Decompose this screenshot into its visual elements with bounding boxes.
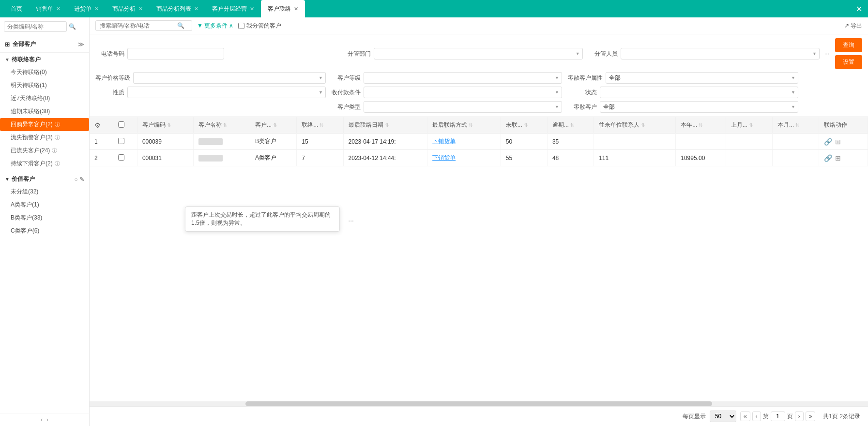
col-gear[interactable]: ⚙	[90, 117, 113, 133]
contact-method-link-0[interactable]: 下销货单	[432, 138, 456, 145]
export-icon: ↗	[844, 22, 849, 29]
cell-type-1: A类客户	[250, 150, 297, 166]
gear-icon[interactable]: ⚙	[94, 121, 101, 129]
sidebar-item-ungrouped[interactable]: 未分组(32)	[0, 185, 89, 198]
table-area: ⚙ 客户编码 ⇅ 客户名称	[90, 117, 868, 401]
sort-last-month-icon[interactable]: ⇅	[749, 122, 753, 128]
row-checkbox-1[interactable]	[118, 154, 124, 161]
nav-customer-contact-close[interactable]: ✕	[294, 6, 298, 12]
customer-grade-select[interactable]	[364, 72, 562, 84]
cell-check-0[interactable]	[113, 133, 137, 150]
sidebar-item-typeB[interactable]: B类客户(33)	[0, 211, 89, 224]
gender-select[interactable]	[127, 87, 326, 98]
col-checkbox[interactable]	[113, 117, 137, 133]
contact-method-link-1[interactable]: 下销货单	[432, 154, 456, 161]
phone-input[interactable]	[127, 48, 224, 59]
close-all-tabs[interactable]: ✕	[856, 4, 862, 14]
row-grid-icon-0[interactable]: ⊞	[835, 138, 841, 146]
nav-product-analysis-close[interactable]: ✕	[138, 6, 143, 12]
sidebar-bottom-nav[interactable]: ‹ ›	[0, 413, 89, 426]
sort-overdue-icon[interactable]: ⇅	[570, 122, 574, 128]
page-number-input[interactable]	[771, 411, 785, 421]
table-horizontal-scrollbar[interactable]	[90, 401, 868, 406]
nav-purchase-close[interactable]: ✕	[94, 6, 99, 12]
query-button[interactable]: 查询	[835, 38, 862, 52]
next-page-btn[interactable]: ›	[795, 411, 804, 421]
dept-field: 分管部门	[342, 48, 582, 59]
sidebar-item-already-lost[interactable]: 已流失客户(24) ⓘ	[0, 144, 89, 157]
sort-person-icon[interactable]: ⇅	[641, 122, 645, 128]
sidebar-item-typeC[interactable]: C类客户(6)	[0, 224, 89, 237]
sidebar-item-continuous-down[interactable]: 持续下滑客户(2) ⓘ	[0, 157, 89, 170]
sort-year-icon[interactable]: ⇅	[699, 122, 702, 128]
sort-this-month-icon[interactable]: ⇅	[795, 122, 799, 128]
row-link-icon-1[interactable]: 🔗	[824, 154, 832, 162]
nav-purchase[interactable]: 进货单 ✕	[67, 0, 106, 17]
row-link-icon-0[interactable]: 🔗	[824, 138, 832, 146]
price-grade-select[interactable]	[133, 72, 326, 84]
row-grid-icon-1[interactable]: ⊞	[835, 154, 841, 162]
price-grade-field: 客户价格等级	[95, 72, 326, 84]
sidebar-item-today[interactable]: 今天待联络(0)	[0, 66, 89, 79]
nav-product-list-close[interactable]: ✕	[194, 6, 198, 12]
nav-product-analysis[interactable]: 商品分析 ✕	[106, 0, 150, 17]
my-customers-toggle[interactable]: 我分管的客户	[238, 22, 281, 30]
col-this-month: 本月... ⇅	[773, 117, 819, 133]
table-row: 2000031 A类客户72023-04-12 14:44:下销货单554811…	[90, 150, 868, 166]
nav-customer-tier-close[interactable]: ✕	[250, 6, 254, 12]
last-page-btn[interactable]: »	[806, 411, 816, 421]
sidebar-collapse-btn[interactable]: ≫	[78, 41, 84, 48]
settings-button[interactable]: 设置	[835, 55, 862, 69]
person-more-icon[interactable]: ···	[824, 50, 829, 57]
sort-uncontacted-icon[interactable]: ⇅	[524, 122, 528, 128]
export-button[interactable]: ↗ 导出	[844, 22, 862, 30]
retail-customer-select[interactable]: 全部	[600, 101, 798, 113]
pay-cond-select[interactable]	[364, 87, 562, 98]
sidebar-pending-group[interactable]: ▼ 待联络客户	[0, 53, 89, 66]
cell-check-1[interactable]	[113, 150, 137, 166]
cell-thismonth-0	[773, 133, 819, 150]
first-page-btn[interactable]: «	[740, 411, 750, 421]
person-select[interactable]	[621, 48, 820, 59]
sidebar-item-tomorrow[interactable]: 明天待联络(1)	[0, 79, 89, 92]
sidebar-search-input[interactable]	[4, 21, 67, 32]
my-customers-checkbox[interactable]	[238, 23, 244, 29]
sort-method-icon[interactable]: ⇅	[469, 122, 472, 128]
status-select[interactable]	[600, 87, 798, 98]
nav-home[interactable]: 首页	[4, 0, 29, 17]
customer-type-select[interactable]	[364, 101, 562, 113]
sidebar-search-icon[interactable]: 🔍	[69, 23, 76, 30]
sidebar-item-overdue[interactable]: 逾期未联络(30)	[0, 105, 89, 118]
nav-sales[interactable]: 销售单 ✕	[29, 0, 67, 17]
page-size-select[interactable]: 50 20 100	[710, 411, 736, 422]
dept-select[interactable]	[374, 48, 582, 59]
sort-contact-icon[interactable]: ⇅	[320, 122, 323, 128]
sort-last-date-icon[interactable]: ⇅	[385, 122, 389, 128]
sidebar-item-repurchase-abnormal[interactable]: 回购异常客户(2) ⓘ	[0, 118, 89, 131]
sort-name-icon[interactable]: ⇅	[223, 122, 227, 128]
nav-sales-close[interactable]: ✕	[56, 6, 61, 12]
search-icon[interactable]: 🔍	[177, 22, 184, 29]
search-input[interactable]	[100, 22, 177, 29]
sidebar-item-7days[interactable]: 近7天待联络(0)	[0, 92, 89, 105]
sidebar-right-arrow-icon[interactable]: ›	[46, 416, 48, 423]
nav-customer-tier[interactable]: 客户分层经营 ✕	[205, 0, 261, 17]
cell-method-1[interactable]: 下销货单	[427, 150, 501, 166]
sidebar-left-arrow-icon[interactable]: ‹	[41, 416, 43, 423]
sort-type-icon[interactable]: ⇅	[273, 122, 277, 128]
tooltip-more-icon[interactable]: ...	[348, 215, 354, 223]
scrollbar-thumb[interactable]	[245, 401, 713, 406]
retail-attr-select[interactable]: 全部	[606, 72, 798, 84]
select-all-checkbox[interactable]	[118, 121, 124, 128]
nav-product-list[interactable]: 商品分析列表 ✕	[150, 0, 205, 17]
sort-code-icon[interactable]: ⇅	[167, 122, 171, 128]
row-checkbox-0[interactable]	[118, 138, 124, 144]
sidebar-item-lost-pending[interactable]: 流失预警客户(3) ⓘ	[0, 131, 89, 144]
cell-method-0[interactable]: 下销货单	[427, 133, 501, 150]
nav-customer-contact[interactable]: 客户联络 ✕	[261, 0, 305, 17]
prev-page-btn[interactable]: ‹	[752, 411, 761, 421]
sidebar-edit-icons[interactable]: ○ ✎	[74, 176, 84, 183]
sidebar-value-group-title[interactable]: ▼ 价值客户 ○ ✎	[0, 172, 89, 185]
sidebar-item-typeA[interactable]: A类客户(1)	[0, 198, 89, 211]
more-conditions-btn[interactable]: ▼ 更多条件 ∧	[197, 22, 233, 30]
